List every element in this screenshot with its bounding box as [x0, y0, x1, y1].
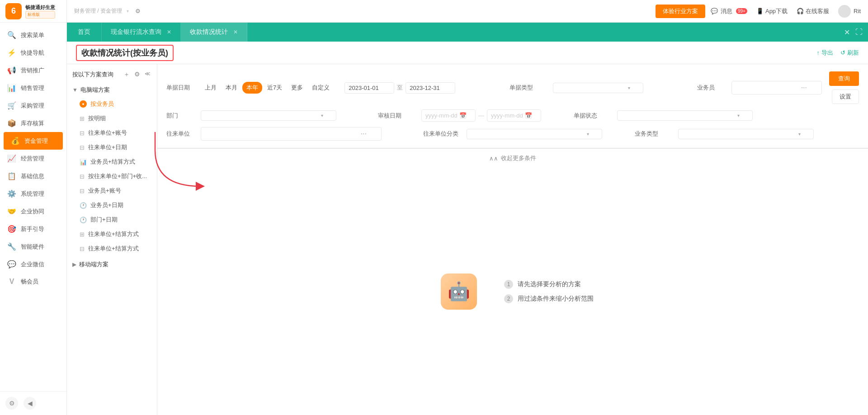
sidebar-item-quick-nav[interactable]: ⚡ 快捷导航 [0, 44, 66, 61]
scheme-item-by-unit-settle1[interactable]: ⊞ 往来单位+结算方式 [67, 227, 157, 241]
user-name: Rit [854, 8, 861, 14]
sidebar-settings-btn[interactable]: ⚙ [5, 397, 18, 410]
sidebar-collapse-btn[interactable]: ◀ [24, 397, 36, 410]
breadcrumb-dropdown-icon[interactable]: ▾ [127, 9, 129, 14]
mobile-group-header[interactable]: ▶ 移动端方案 [67, 258, 157, 271]
review-date-end[interactable]: yyyy-mm-dd 📅 [487, 109, 541, 122]
biz-type-select[interactable]: ▾ [678, 129, 814, 139]
sidebar-label-hardware: 智能硬件 [21, 243, 44, 251]
counterpart-cat-select[interactable]: ▾ [467, 129, 602, 139]
doc-type-label: 单据类型 [509, 84, 546, 92]
tip-text-2: 用过滤条件来缩小分析范围 [518, 295, 594, 303]
filter-row-dept: 部门 ▾ 审核日期 yyyy-mm-dd 📅 — yy [166, 109, 859, 122]
date-tab-last-month[interactable]: 上月 [201, 82, 221, 94]
query-button[interactable]: 查询 [829, 71, 859, 86]
sidebar-item-basic[interactable]: 📋 基础信息 [0, 167, 66, 185]
date-tab-this-year[interactable]: 本年 [242, 82, 262, 94]
tab-collection-stats[interactable]: 收款情况统计 ✕ [181, 23, 247, 42]
page-actions: ↑ 导出 ↺ 刷新 [817, 49, 859, 57]
mobile-group-label: 移动端方案 [79, 260, 108, 269]
counterpart-select[interactable]: ··· [201, 127, 382, 141]
scheme-label-by-salesman-date: 业务员+日期 [90, 201, 123, 209]
sidebar-item-purchase[interactable]: 🛒 采购管理 [0, 97, 66, 114]
salesman-dots[interactable]: ··· [799, 84, 809, 92]
app-download-label: App下载 [765, 7, 788, 15]
scheme-item-by-unit-account[interactable]: ⊟ 往来单位+账号 [67, 126, 157, 140]
sidebar-item-sales[interactable]: 📊 销售管理 [0, 79, 66, 97]
refresh-button[interactable]: ↺ 刷新 [840, 49, 859, 57]
marketing-icon: 📢 [7, 66, 16, 75]
scheme-item-by-salesman-settle[interactable]: 📊 业务员+结算方式 [67, 155, 157, 169]
sidebar-item-marketing[interactable]: 📢 营销推广 [0, 61, 66, 79]
filter-row-date: 单据日期 上月 本月 本年 近7天 更多 自定义 2023-01-01 至 20… [166, 71, 859, 104]
tip-item-2: 2 用过滤条件来缩小分析范围 [504, 294, 594, 303]
basic-icon: 📋 [7, 172, 16, 180]
sidebar-item-inventory[interactable]: 📦 库存核算 [0, 114, 66, 132]
dept-select[interactable]: ▾ [201, 110, 336, 121]
sidebar-item-wechat[interactable]: 💬 企业微信 [0, 255, 66, 273]
content-area: 按以下方案查询 ＋ ⚙ ≪ ▼ 电脑端方案 ● 按业务员 ⊞ [67, 64, 868, 415]
scheme-item-by-dept-date[interactable]: 🕐 部门+日期 [67, 212, 157, 227]
salesman-date-icon: 🕐 [80, 202, 87, 209]
sidebar-item-hardware[interactable]: 🔧 智能硬件 [0, 238, 66, 255]
salesman-select[interactable]: ··· [731, 81, 822, 94]
header-gear-btn[interactable]: ⚙ [132, 5, 144, 18]
pc-scheme-group: ▼ 电脑端方案 ● 按业务员 ⊞ 按明细 ⊟ 往来单位+账号 ⊟ 往来单位+ [67, 83, 157, 256]
scheme-label-by-unit-date: 往来单位+日期 [88, 143, 127, 151]
doc-status-arrow: ▾ [737, 113, 740, 118]
review-date-start[interactable]: yyyy-mm-dd 📅 [421, 109, 476, 122]
guide-icon: 🎯 [7, 225, 16, 233]
date-start-input[interactable]: 2023-01-01 [344, 82, 394, 94]
scheme-item-by-salesman-date[interactable]: 🕐 业务员+日期 [67, 198, 157, 212]
scheme-item-by-salesman[interactable]: ● 按业务员 [67, 97, 157, 111]
scheme-item-by-unit-settle2[interactable]: ⊟ 往来单位+结算方式 [67, 241, 157, 256]
sidebar-item-guide[interactable]: 🎯 新手引导 [0, 220, 66, 238]
trial-button[interactable]: 体验行业方案 [656, 5, 705, 18]
sales-icon: 📊 [7, 84, 16, 92]
dept-arrow: ▾ [321, 113, 323, 118]
pc-group-header[interactable]: ▼ 电脑端方案 [67, 83, 157, 97]
doc-type-select[interactable]: ▾ [553, 83, 643, 93]
add-scheme-icon[interactable]: ＋ [123, 70, 131, 80]
breadcrumb-area: 财务管理 / 资金管理 ▾ ⚙ [74, 5, 650, 18]
tab-collection-stats-close[interactable]: ✕ [233, 29, 238, 35]
user-area[interactable]: Rit [838, 5, 861, 18]
tab-close-all-icon[interactable]: ✕ [844, 28, 850, 37]
scheme-label-by-unit-account: 往来单位+账号 [88, 129, 127, 137]
scheme-item-by-unit-date[interactable]: ⊟ 往来单位+日期 [67, 140, 157, 155]
date-tab-this-month[interactable]: 本月 [222, 82, 241, 94]
sidebar-item-finance[interactable]: 💰 资金管理 [4, 132, 63, 150]
settings-button[interactable]: 设置 [832, 90, 859, 104]
sidebar-item-search-menu[interactable]: 🔍 搜索菜单 [0, 26, 66, 44]
collapse-icon: ◀ [28, 400, 33, 407]
date-tab-custom[interactable]: 自定义 [308, 82, 334, 94]
collapse-panel-icon[interactable]: ≪ [144, 70, 151, 80]
filter-right-actions: 查询 设置 [829, 71, 859, 104]
collapse-bar[interactable]: ∧∧ 收起更多条件 [157, 148, 868, 168]
counterpart-dots[interactable]: ··· [359, 130, 368, 138]
scheme-item-by-detail[interactable]: ⊞ 按明细 [67, 111, 157, 126]
tab-maximize-icon[interactable]: ⛶ [855, 28, 863, 36]
scheme-item-by-unit-dept[interactable]: ⊟ 按往来单位+部门+收... [67, 169, 157, 184]
scheme-item-by-salesman-account[interactable]: ⊟ 业务员+账号 [67, 184, 157, 198]
message-area[interactable]: 💬 消息 99+ [711, 7, 747, 15]
online-service-btn[interactable]: 🎧 在线客服 [797, 7, 829, 15]
sidebar-item-member[interactable]: V 畅会员 [0, 273, 66, 290]
settings-scheme-icon[interactable]: ⚙ [133, 70, 141, 80]
sidebar-item-ops[interactable]: 📈 经营管理 [0, 150, 66, 167]
app-download-btn[interactable]: 📱 App下载 [756, 7, 788, 15]
message-badge: 99+ [736, 8, 747, 14]
inventory-icon: 📦 [7, 119, 16, 127]
member-icon: V [7, 278, 16, 286]
pc-group-label: 电脑端方案 [80, 86, 110, 94]
tab-home[interactable]: 首页 [67, 23, 102, 42]
date-tab-7days[interactable]: 近7天 [263, 82, 286, 94]
date-end-input[interactable]: 2023-12-31 [406, 82, 455, 94]
tab-bank-flow-close[interactable]: ✕ [167, 29, 171, 35]
doc-status-select[interactable]: ▾ [617, 110, 753, 121]
export-button[interactable]: ↑ 导出 [817, 49, 834, 57]
tab-bank-flow[interactable]: 现金银行流水查询 ✕ [102, 23, 181, 42]
sidebar-item-corp[interactable]: 🤝 企业协同 [0, 203, 66, 220]
sidebar-item-system[interactable]: ⚙️ 系统管理 [0, 185, 66, 203]
date-tab-more[interactable]: 更多 [287, 82, 307, 94]
